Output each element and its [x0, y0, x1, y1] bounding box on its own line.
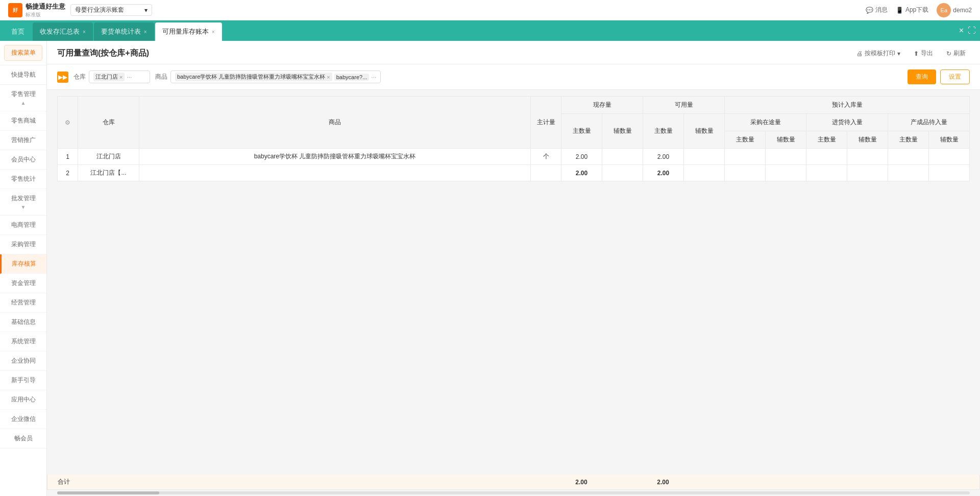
warehouse-more-btn[interactable]: ··· — [127, 74, 132, 81]
row2-avail-main: 2.00 — [643, 165, 684, 181]
sidebar-item-finance-mgmt[interactable]: 资金管理 — [0, 274, 46, 293]
message-btn[interactable]: 💬 消息 — [866, 6, 888, 14]
sidebar-item-app-center[interactable]: 应用中心 — [0, 390, 46, 410]
refresh-btn[interactable]: ↻ 刷新 — [942, 47, 970, 60]
sidebar-item-inventory-check[interactable]: 库存核算 — [0, 254, 46, 274]
tab-order-stats-close[interactable]: × — [144, 29, 147, 35]
row1-product: babycare学饮杯 儿童防摔防撞吸管杯重力球吸嘴杯宝宝水杯 — [139, 149, 531, 165]
th-current-aux: 辅数量 — [602, 114, 643, 149]
sidebar-item-app-center-label: 应用中心 — [11, 395, 36, 404]
th-production-main: 主数量 — [888, 131, 929, 149]
product-more-btn[interactable]: ··· — [371, 74, 376, 81]
sidebar-item-vip-member[interactable]: 畅会员 — [0, 429, 46, 448]
th-current-stock: 现存量 — [561, 97, 643, 114]
nav-expand-btn[interactable]: ⛶ — [968, 26, 976, 35]
tab-order-stats-label: 要货单统计表 — [101, 27, 141, 36]
sidebar-item-new-guide[interactable]: 新手引导 — [0, 371, 46, 390]
industry-selector[interactable]: 母婴行业演示账套 — [70, 4, 152, 16]
row2-avail-aux — [684, 165, 725, 181]
tab-home[interactable]: 首页 — [4, 22, 32, 41]
sidebar-item-retail-mall[interactable]: 零售商城 — [0, 111, 46, 131]
product-input[interactable]: babycare学饮杯 儿童防摔防撞吸管杯重力球吸嘴杯宝宝水杯 × babyca… — [170, 70, 381, 83]
page-title: 可用量查询(按仓库+商品) — [57, 48, 149, 59]
page-header: 可用量查询(按仓库+商品) 🖨 按模板打印 ⬆ 导出 ↻ 刷新 — [47, 41, 980, 64]
filter-area: ▶▶ 仓库 江北门店 × ··· 商品 babycare学饮杯 儿童防摔防撞吸管… — [47, 64, 980, 90]
sidebar-quick-nav-area: 快捷导航 — [0, 65, 46, 85]
sidebar-item-retail-mgmt[interactable]: 零售管理 ▲ — [0, 85, 46, 111]
print-icon: 🖨 — [856, 50, 863, 57]
quick-nav-btn[interactable]: 快捷导航 — [0, 67, 46, 82]
th-warehouse: 仓库 — [78, 97, 139, 149]
row1-inbound-aux — [847, 149, 888, 165]
th-inbound-pending: 进货待入量 — [806, 114, 888, 131]
th-avail-aux: 辅数量 — [684, 114, 725, 149]
sidebar-item-basic-info-label: 基础信息 — [11, 318, 36, 326]
row2-production-aux — [929, 165, 970, 181]
product-tag2: babycare?... — [334, 74, 370, 81]
sidebar-item-purchase-mgmt-label: 采购管理 — [11, 240, 36, 249]
table-row: 2 江北门店【... 2.00 2.00 — [58, 165, 970, 181]
tab-available-inventory-close[interactable]: × — [212, 29, 215, 35]
row2-inbound-main — [806, 165, 847, 181]
table-settings-icon[interactable] — [65, 119, 70, 126]
query-btn[interactable]: 查询 — [908, 69, 936, 84]
sidebar-item-enterprise-wechat[interactable]: 企业微信 — [0, 410, 46, 429]
sidebar-item-system-mgmt[interactable]: 系统管理 — [0, 332, 46, 351]
tab-receive-summary[interactable]: 收发存汇总表 × — [33, 22, 93, 41]
th-current-main: 主数量 — [561, 114, 602, 149]
row2-inbound-aux — [847, 165, 888, 181]
sidebar-item-marketing-label: 营销推广 — [11, 136, 36, 145]
horizontal-scrollbar[interactable] — [47, 490, 980, 496]
row1-warehouse: 江北门店 — [78, 149, 139, 165]
tab-receive-summary-label: 收发存汇总表 — [40, 27, 80, 36]
user-profile[interactable]: Ea demo2 — [937, 3, 972, 17]
th-main-unit: 主计量 — [531, 97, 561, 149]
sidebar-item-member-center[interactable]: 会员中心 — [0, 150, 46, 170]
th-available: 可用量 — [643, 97, 725, 114]
product-tag1-close[interactable]: × — [327, 74, 330, 80]
row1-purchase-aux — [766, 149, 806, 165]
row2-warehouse: 江北门店【... — [78, 165, 139, 181]
data-table: 仓库 商品 主计量 现存量 可用量 — [57, 96, 970, 181]
app-download-btn[interactable]: 📱 App下载 — [896, 6, 928, 14]
row1-production-main — [888, 149, 929, 165]
tab-available-inventory[interactable]: 可用量库存账本 × — [155, 22, 222, 41]
warehouse-input[interactable]: 江北门店 × ··· — [89, 70, 150, 83]
sidebar-item-wholesale-mgmt[interactable]: 批发管理 ▼ — [0, 189, 46, 216]
nav-tabs: 首页 收发存汇总表 × 要货单统计表 × 可用量库存账本 × × ⛶ — [0, 20, 980, 41]
row1-production-aux — [929, 149, 970, 165]
th-production-pending: 产成品待入量 — [888, 114, 970, 131]
sidebar-item-purchase-mgmt[interactable]: 采购管理 — [0, 235, 46, 254]
sidebar-item-enterprise-collab[interactable]: 企业协同 — [0, 351, 46, 371]
nav-close-btn[interactable]: × — [959, 26, 964, 35]
sidebar-item-marketing[interactable]: 营销推广 — [0, 131, 46, 150]
print-label: 按模板打印 — [865, 49, 895, 58]
print-template-btn[interactable]: 🖨 按模板打印 — [852, 47, 904, 60]
settings-btn[interactable]: 设置 — [940, 69, 970, 84]
message-icon: 💬 — [866, 7, 873, 14]
tab-order-stats[interactable]: 要货单统计表 × — [94, 22, 154, 41]
chevron-down-print-icon — [897, 50, 900, 57]
chevron-down-icon — [144, 7, 148, 14]
row1-purchase-main — [725, 149, 766, 165]
search-menu-btn[interactable]: 搜索菜单 — [4, 45, 42, 61]
sidebar-item-ops-mgmt[interactable]: 经营管理 — [0, 293, 46, 313]
warehouse-tag-close[interactable]: × — [119, 74, 122, 80]
user-name: demo2 — [953, 7, 972, 14]
sidebar-item-retail-stats-label: 零售统计 — [11, 175, 36, 183]
th-inbound-aux: 辅数量 — [847, 131, 888, 149]
export-btn[interactable]: ⬆ 导出 — [910, 47, 937, 60]
warehouse-filter-label: 仓库 — [74, 73, 86, 81]
sidebar-item-basic-info[interactable]: 基础信息 — [0, 313, 46, 332]
chevron-down-wholesale-icon: ▼ — [21, 204, 26, 210]
tab-receive-summary-close[interactable]: × — [83, 29, 86, 35]
row2-product — [139, 165, 531, 181]
sidebar-item-ecommerce-mgmt[interactable]: 电商管理 — [0, 216, 46, 235]
sidebar-item-ops-mgmt-label: 经营管理 — [11, 298, 36, 307]
app-icon: 📱 — [896, 7, 903, 14]
sidebar-item-retail-stats[interactable]: 零售统计 — [0, 170, 46, 189]
filter-toggle-btn[interactable]: ▶▶ — [57, 72, 68, 83]
scroll-thumb[interactable] — [57, 491, 159, 494]
sidebar-item-new-guide-label: 新手引导 — [11, 376, 36, 385]
table-footer: 合计 2.00 2.00 — [47, 475, 980, 490]
